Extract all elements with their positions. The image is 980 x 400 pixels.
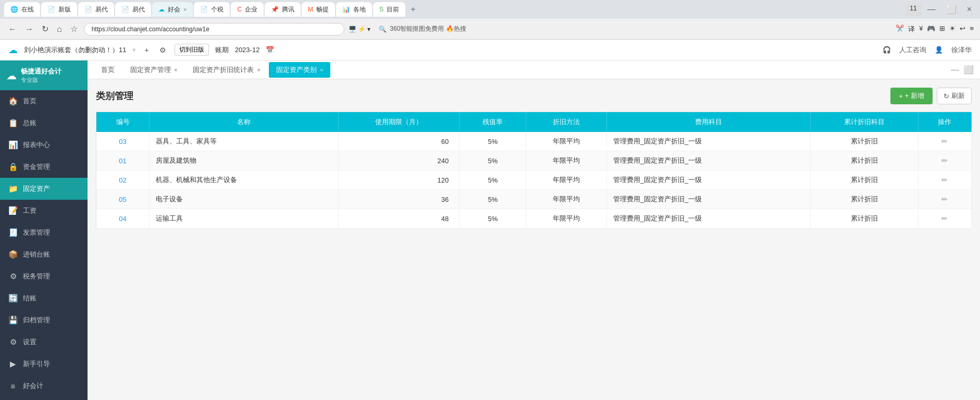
cell-residual-3: 5% [460, 190, 526, 209]
page-tab-fixed-mgmt[interactable]: 固定资产管理 × [123, 62, 184, 78]
cell-code-2[interactable]: 02 [96, 171, 150, 190]
page-tab-depreciation[interactable]: 固定资产折旧统计表 × [185, 62, 267, 78]
customer-service-label[interactable]: 人工咨询 [899, 45, 926, 55]
page-tab-category-close[interactable]: × [320, 67, 323, 73]
cell-accumulated-1: 累计折旧 [811, 151, 918, 171]
tab-icon-online: 🌐 [10, 6, 18, 13]
calendar-icon[interactable]: 📅 [266, 46, 274, 54]
cell-code-0[interactable]: 03 [96, 132, 150, 151]
sidebar-item-archive[interactable]: 💾 归档管理 [0, 309, 88, 331]
sidebar-item-settings[interactable]: ⚙ 设置 [0, 331, 88, 353]
sidebar-item-reports[interactable]: 📊 报表中心 [0, 134, 88, 156]
browser-tab-geshui[interactable]: 📄 个税 [194, 2, 230, 17]
tab-count-badge[interactable]: 11 [905, 4, 921, 16]
sidebar-item-stock[interactable]: 📦 进销台账 [0, 244, 88, 265]
sidebar-label-checkout: 结账 [23, 294, 36, 303]
browser-tab-haohui[interactable]: ☁ 好会 × [152, 2, 193, 17]
browser-tab-online[interactable]: 🌐 在线 [4, 2, 40, 17]
browser-tab-qiye[interactable]: C 企业 [231, 2, 264, 17]
account-settings-button[interactable]: + [142, 44, 151, 56]
search-area: 🔍 360智能抠图免费用 🔥热搜 [379, 25, 466, 33]
content-minimize-button[interactable]: — [951, 65, 959, 75]
browser-tab-changte[interactable]: M 畅提 [302, 2, 335, 17]
col-header-code: 编号 [96, 112, 150, 132]
tab-close-haohui[interactable]: × [183, 6, 187, 13]
switch-version-button[interactable]: 切到旧版 [175, 44, 209, 56]
cell-code-1[interactable]: 01 [96, 151, 150, 171]
sidebar-item-fixed-assets[interactable]: 📁 固定资产 [0, 178, 88, 200]
reload-button[interactable]: ↻ [40, 22, 51, 36]
browser-maximize-button[interactable]: ⬜ [942, 4, 961, 16]
cell-code-3[interactable]: 05 [96, 190, 150, 209]
edit-icon-4[interactable]: ✏ [941, 214, 948, 223]
sidebar-item-checkout[interactable]: 🔄 结账 [0, 287, 88, 309]
content-maximize-button[interactable]: ⬜ [963, 65, 974, 75]
browser-tab-new[interactable]: 📄 新版 [41, 2, 77, 17]
add-button[interactable]: + + 新增 [890, 88, 933, 104]
browser-tab-gedi[interactable]: 📊 各地 [336, 2, 372, 17]
edit-icon-3[interactable]: ✏ [941, 195, 948, 203]
sidebar-item-home[interactable]: 🏠 首页 [0, 90, 88, 112]
address-input[interactable] [84, 23, 344, 35]
customer-service-icon: 🎧 [883, 46, 891, 54]
edit-icon-1[interactable]: ✏ [941, 156, 948, 165]
sidebar-item-more[interactable]: ≡ 好会计 [0, 375, 88, 397]
page-tab-category[interactable]: 固定资产类别 × [269, 62, 330, 78]
sidebar-item-payroll[interactable]: 📝 工资 [0, 200, 88, 222]
cell-action-0[interactable]: ✏ [918, 132, 971, 151]
sidebar-item-invoice[interactable]: 🧾 发票管理 [0, 222, 88, 244]
cell-action-3[interactable]: ✏ [918, 190, 971, 209]
home-button[interactable]: ⌂ [55, 22, 64, 36]
sidebar-label-ledger: 总账 [23, 118, 36, 128]
page-tab-home[interactable]: 首页 [94, 62, 122, 78]
sidebar-label-funds: 资金管理 [23, 162, 50, 172]
browser-tab-muqian[interactable]: S 目前 [373, 2, 405, 17]
browser-tab-yidai1[interactable]: 📄 易代 [78, 2, 114, 17]
forward-button[interactable]: → [23, 22, 35, 36]
new-tab-button[interactable]: + [407, 4, 418, 15]
cell-action-2[interactable]: ✏ [918, 171, 971, 190]
page-tab-fixed-mgmt-label: 固定资产管理 [130, 65, 171, 75]
action-buttons: + + 新增 ↻ 刷新 [890, 88, 972, 104]
sidebar-item-funds[interactable]: 🔒 资金管理 [0, 156, 88, 178]
settings-gear-button[interactable]: ⚙ [157, 44, 168, 56]
edit-icon-0[interactable]: ✏ [941, 137, 948, 146]
back-button[interactable]: ← [6, 22, 19, 36]
cell-action-4[interactable]: ✏ [918, 209, 971, 228]
sidebar-item-guide[interactable]: ▶ 新手引导 [0, 353, 88, 375]
edit-icon-2[interactable]: ✏ [941, 176, 948, 184]
tab-label-yidai2: 易代 [132, 5, 145, 14]
browser-tab-yidai2[interactable]: 📄 易代 [115, 2, 151, 17]
invoice-icon: 🧾 [8, 228, 18, 237]
cell-months-1: 240 [338, 151, 459, 171]
tab-group: 🌐 在线 📄 新版 📄 易代 📄 易代 ☁ 好会 × 📄 个税 C 企业 [4, 2, 405, 17]
tab-label-geshui: 个税 [211, 5, 224, 14]
tax-icon: ⚙ [8, 272, 18, 281]
grid-icon: ⊞ [939, 25, 945, 34]
cell-method-3: 年限平均 [526, 190, 606, 209]
sidebar-item-tax[interactable]: ⚙ 税务管理 [0, 265, 88, 287]
sidebar-label-payroll: 工资 [23, 206, 36, 215]
tab-label-gedi: 各地 [353, 5, 366, 14]
browser-tab-tengxun[interactable]: 📌 腾讯 [265, 2, 301, 17]
browser-toolbar-right: ✂️ 译 ¥ 🎮 ⊞ ☀ ↩ ≡ [896, 25, 974, 34]
browser-close-button[interactable]: × [963, 4, 976, 16]
cell-code-4[interactable]: 04 [96, 209, 150, 228]
page-tab-depreciation-close[interactable]: × [257, 67, 260, 73]
tab-icon-muqian: S [379, 6, 383, 13]
stock-icon: 📦 [8, 250, 18, 259]
tab-icon-haohui: ☁ [158, 6, 165, 13]
cell-method-4: 年限平均 [526, 209, 606, 228]
menu-icon: ≡ [970, 25, 974, 34]
sidebar-label-fixed-assets: 固定资产 [23, 184, 50, 193]
sidebar-item-ledger[interactable]: 📋 总账 [0, 112, 88, 134]
star-button[interactable]: ☆ [68, 22, 80, 36]
refresh-button[interactable]: ↻ 刷新 [937, 88, 972, 104]
cell-months-2: 120 [338, 171, 459, 190]
cell-expense-4: 管理费用_固定资产折旧_一级 [606, 209, 811, 228]
page-tab-fixed-mgmt-close[interactable]: × [174, 67, 177, 73]
cell-expense-0: 管理费用_固定资产折旧_一级 [606, 132, 811, 151]
cell-action-1[interactable]: ✏ [918, 151, 971, 171]
tab-label-qiye: 企业 [245, 5, 257, 14]
browser-minimize-button[interactable]: — [923, 4, 940, 16]
